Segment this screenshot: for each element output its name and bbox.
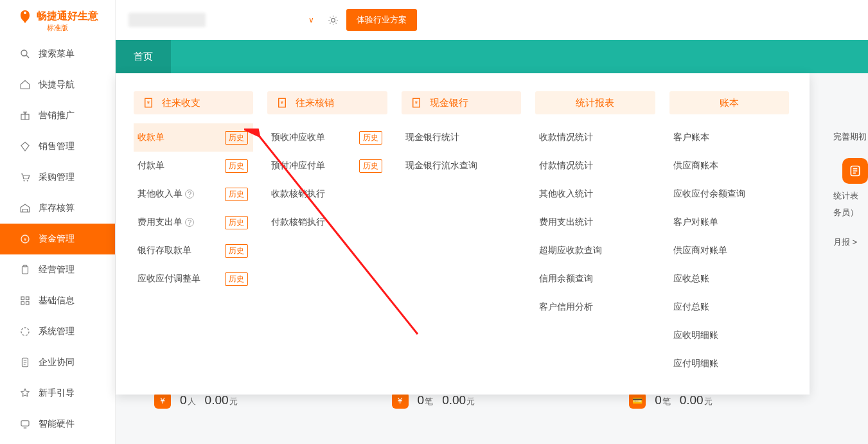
history-tag[interactable]: 历史 bbox=[225, 244, 248, 258]
search-icon bbox=[19, 48, 31, 60]
mega-menu-item[interactable]: 超期应收款查询 bbox=[535, 236, 655, 265]
history-tag[interactable]: 历史 bbox=[225, 272, 248, 286]
chevron-down-icon[interactable]: ∨ bbox=[303, 15, 319, 24]
mega-menu-item[interactable]: 现金银行流水查询 bbox=[402, 152, 521, 180]
mega-menu-item[interactable]: 收款单历史 bbox=[134, 123, 253, 152]
sidebar-item-1[interactable]: 快捷导航 bbox=[0, 69, 115, 100]
mega-menu-label: 预收冲应收单 bbox=[271, 132, 325, 143]
mega-menu-item[interactable]: 应收明细账 bbox=[669, 321, 789, 350]
receipt-icon: ¥ bbox=[409, 96, 423, 110]
mega-menu-label: 其他收入单? bbox=[137, 188, 194, 200]
mega-menu-item[interactable]: 收款情况统计 bbox=[535, 123, 655, 152]
sidebar-item-6[interactable]: ¥资金管理 bbox=[0, 224, 115, 254]
mega-menu-item[interactable]: 应付总账 bbox=[669, 293, 789, 321]
sidebar-item-3[interactable]: 销售管理 bbox=[0, 131, 115, 162]
history-tag[interactable]: 历史 bbox=[225, 188, 248, 201]
mega-menu-label: 费用支出单? bbox=[137, 217, 194, 228]
org-selector[interactable] bbox=[128, 13, 296, 27]
mega-menu-label: 应收总账 bbox=[673, 273, 709, 285]
mega-menu-item[interactable]: 客户信用分析 bbox=[535, 293, 655, 321]
sidebar-item-12[interactable]: 智能硬件 bbox=[0, 409, 115, 440]
sidebar-item-label: 营销推广 bbox=[39, 110, 75, 121]
mega-menu-item[interactable]: 应收应付余额查询 bbox=[669, 180, 789, 208]
diamond-icon bbox=[19, 141, 31, 152]
svg-text:¥: ¥ bbox=[147, 100, 150, 105]
mega-menu-item[interactable]: 现金银行统计 bbox=[402, 123, 521, 152]
mega-menu-label: 供应商对账单 bbox=[673, 245, 727, 256]
svg-point-13 bbox=[21, 328, 29, 335]
mega-menu-label: 付款单 bbox=[137, 160, 164, 172]
tab-home[interactable]: 首页 bbox=[116, 40, 171, 73]
mega-menu-item[interactable]: 客户账本 bbox=[669, 123, 789, 152]
clipboard-icon bbox=[19, 264, 31, 276]
mega-menu-item[interactable]: 信用余额查询 bbox=[535, 265, 655, 293]
mega-menu-label: 收款单 bbox=[137, 132, 164, 143]
history-tag[interactable]: 历史 bbox=[359, 159, 382, 173]
gear-icon[interactable] bbox=[327, 15, 339, 26]
sidebar-item-5[interactable]: 库存核算 bbox=[0, 193, 115, 224]
industry-plan-button[interactable]: 体验行业方案 bbox=[346, 9, 417, 31]
mega-menu-item[interactable]: 预付冲应付单历史 bbox=[267, 152, 387, 180]
mega-menu-item[interactable]: 应收总账 bbox=[669, 265, 789, 293]
svg-point-4 bbox=[27, 180, 28, 181]
mega-menu-item[interactable]: 费用支出单?历史 bbox=[134, 208, 253, 236]
mega-menu-item[interactable]: 付款情况统计 bbox=[535, 152, 655, 180]
help-icon[interactable]: ? bbox=[185, 218, 194, 227]
sidebar-item-10[interactable]: 企业协同 bbox=[0, 347, 115, 378]
sidebar-item-2[interactable]: 营销推广 bbox=[0, 100, 115, 131]
sidebar-item-4[interactable]: 采购管理 bbox=[0, 162, 115, 193]
sidebar-item-7[interactable]: 经营管理 bbox=[0, 254, 115, 285]
mega-column-title: 现金银行 bbox=[430, 97, 468, 109]
history-tag[interactable]: 历史 bbox=[225, 216, 248, 229]
mega-menu-label: 收款核销执行 bbox=[271, 188, 325, 200]
sidebar-item-9[interactable]: 系统管理 bbox=[0, 316, 115, 347]
mega-menu-label: 客户对账单 bbox=[673, 217, 718, 228]
mega-menu-item[interactable]: 供应商账本 bbox=[669, 152, 789, 180]
mega-menu-item[interactable]: 应收应付调整单历史 bbox=[134, 265, 253, 293]
mega-menu-item[interactable]: 供应商对账单 bbox=[669, 236, 789, 265]
sidebar-item-11[interactable]: 新手引导 bbox=[0, 378, 115, 409]
mega-menu-label: 付款核销执行 bbox=[271, 217, 325, 228]
history-tag[interactable]: 历史 bbox=[359, 131, 382, 145]
history-tag[interactable]: 历史 bbox=[225, 131, 248, 145]
brand-edition: 标准版 bbox=[47, 23, 68, 33]
right-item-report-b: 务员） bbox=[829, 204, 868, 221]
mega-menu-label: 预付冲应付单 bbox=[271, 160, 325, 172]
sidebar-item-label: 智能硬件 bbox=[39, 418, 75, 430]
mega-menu-item[interactable]: 客户对账单 bbox=[669, 208, 789, 236]
right-item-monthly[interactable]: 月报 > bbox=[829, 234, 868, 251]
mega-menu-item[interactable]: 预收冲应收单历史 bbox=[267, 123, 387, 152]
mega-menu-item[interactable]: 收款核销执行 bbox=[267, 180, 387, 208]
mega-menu-item[interactable]: 付款核销执行 bbox=[267, 208, 387, 236]
grid-icon bbox=[19, 295, 31, 306]
mega-column-title: 账本 bbox=[720, 97, 739, 109]
tv-icon bbox=[19, 418, 31, 430]
mega-column-title: 往来收支 bbox=[162, 97, 200, 109]
sidebar-item-label: 库存核算 bbox=[39, 202, 75, 214]
mega-menu-item[interactable]: 应付明细账 bbox=[669, 350, 789, 378]
mega-menu-item[interactable]: 付款单历史 bbox=[134, 152, 253, 180]
mega-column-header: ¥往来核销 bbox=[267, 91, 387, 114]
help-icon[interactable]: ? bbox=[185, 190, 194, 199]
mega-menu-label: 付款情况统计 bbox=[539, 160, 593, 172]
sidebar-item-label: 经营管理 bbox=[39, 264, 75, 276]
svg-rect-12 bbox=[26, 302, 30, 305]
sidebar-item-0[interactable]: 搜索菜单 bbox=[0, 39, 115, 69]
right-item-setup[interactable]: 完善期初 bbox=[829, 129, 868, 145]
sidebar-item-8[interactable]: 基础信息 bbox=[0, 285, 115, 316]
mega-menu-item[interactable]: 其他收入单?历史 bbox=[134, 180, 253, 208]
mega-menu-item[interactable]: 银行存取款单历史 bbox=[134, 236, 253, 265]
money-icon: ¥ bbox=[19, 233, 31, 245]
mega-menu-label: 信用余额查询 bbox=[539, 273, 593, 285]
mega-menu-label: 客户账本 bbox=[673, 132, 709, 143]
brand-logo: 畅捷通好生意 标准版 bbox=[0, 0, 115, 39]
receipt-icon: ¥ bbox=[141, 96, 155, 110]
right-rail: 完善期初 统计表 务员） 月报 > bbox=[829, 129, 868, 251]
right-item-report-a[interactable]: 统计表 bbox=[829, 188, 868, 204]
mega-menu-item[interactable]: 费用支出统计 bbox=[535, 208, 655, 236]
mega-menu-item[interactable]: 其他收入统计 bbox=[535, 180, 655, 208]
report-icon[interactable] bbox=[842, 158, 868, 184]
history-tag[interactable]: 历史 bbox=[225, 159, 248, 173]
svg-point-0 bbox=[21, 50, 27, 56]
tab-bar: 首页 bbox=[116, 40, 868, 73]
